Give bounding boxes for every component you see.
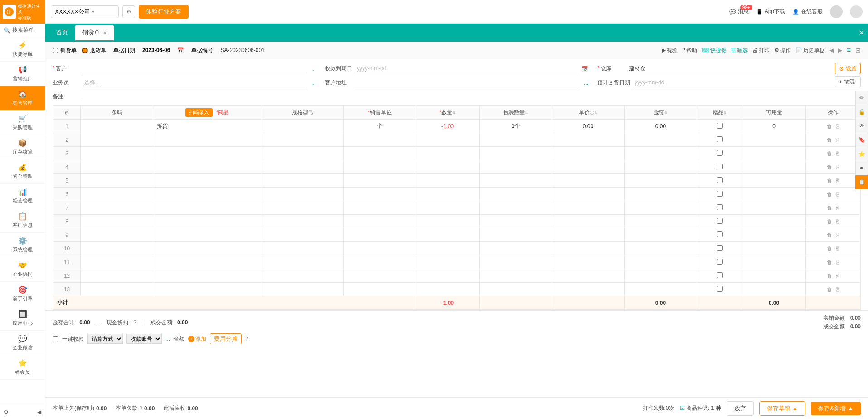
account-select[interactable]: 收款账号 bbox=[126, 334, 162, 344]
cell-qty[interactable] bbox=[416, 174, 480, 188]
cell-qty[interactable]: -1.00 bbox=[416, 120, 480, 133]
cell-amount[interactable] bbox=[625, 269, 697, 283]
cell-spec[interactable] bbox=[262, 174, 344, 188]
cell-qty[interactable] bbox=[416, 283, 480, 296]
save-draft-button[interactable]: 保存草稿 ▲ bbox=[759, 401, 806, 416]
cell-spec[interactable] bbox=[262, 255, 344, 269]
cell-qty[interactable] bbox=[416, 188, 480, 201]
float-btn-7-active[interactable]: 📋 bbox=[855, 175, 868, 189]
cell-price[interactable] bbox=[552, 269, 625, 283]
app-download-button[interactable]: 📱 App下载 bbox=[756, 8, 785, 15]
tab-close-icon[interactable]: ✕ bbox=[103, 30, 107, 35]
sidebar-item-member[interactable]: ⭐ 畅会员 bbox=[0, 355, 45, 380]
cell-qty[interactable] bbox=[416, 228, 480, 242]
cell-unit[interactable] bbox=[344, 242, 416, 255]
cell-qty[interactable] bbox=[416, 255, 480, 269]
cell-price[interactable] bbox=[552, 147, 625, 160]
delete-icon[interactable]: 🗑 bbox=[827, 259, 832, 265]
cell-gift[interactable] bbox=[697, 283, 742, 296]
customer-addr-input[interactable] bbox=[355, 78, 579, 87]
cell-goods[interactable] bbox=[153, 215, 262, 228]
cell-qty[interactable] bbox=[416, 133, 480, 147]
customer-input[interactable] bbox=[82, 64, 307, 73]
cell-qty[interactable] bbox=[416, 160, 480, 174]
cell-gift[interactable] bbox=[697, 269, 742, 283]
sidebar-item-shortcut[interactable]: ⚡ 快捷导航 bbox=[0, 37, 45, 62]
cell-unit[interactable] bbox=[344, 188, 416, 201]
cell-price[interactable] bbox=[552, 255, 625, 269]
cell-qty[interactable] bbox=[416, 201, 480, 215]
cell-barcode[interactable] bbox=[81, 133, 153, 147]
delete-icon[interactable]: 🗑 bbox=[827, 150, 832, 157]
copy-icon[interactable]: ⎘ bbox=[836, 178, 839, 184]
cell-price[interactable]: 0.00 bbox=[552, 120, 625, 133]
cell-gift[interactable] bbox=[697, 147, 742, 160]
sidebar-item-wechat[interactable]: 💬 企业微信 bbox=[0, 331, 45, 355]
copy-icon[interactable]: ⎘ bbox=[836, 191, 839, 197]
copy-icon[interactable]: ⎘ bbox=[836, 286, 839, 293]
price-info-icon[interactable]: ⓘ bbox=[590, 110, 594, 115]
cell-gift[interactable] bbox=[697, 255, 742, 269]
cell-pkgqty[interactable] bbox=[480, 133, 552, 147]
sidebar-item-finance[interactable]: 💰 资金管理 bbox=[0, 159, 45, 184]
cell-spec[interactable] bbox=[262, 160, 344, 174]
due-date-calendar-icon[interactable]: 📅 bbox=[582, 66, 588, 72]
cell-spec[interactable] bbox=[262, 147, 344, 160]
cell-barcode[interactable] bbox=[81, 215, 153, 228]
shortcut-action[interactable]: ⌨ 快捷键 bbox=[702, 47, 727, 54]
expected-date-input[interactable] bbox=[633, 78, 849, 87]
calendar-icon[interactable]: 📅 bbox=[177, 47, 184, 53]
settings-action-btn[interactable]: ⚙ 设置 bbox=[835, 63, 861, 74]
gift-checkbox[interactable] bbox=[717, 286, 723, 292]
cell-amount[interactable] bbox=[625, 133, 697, 147]
gift-checkbox[interactable] bbox=[717, 123, 723, 129]
calc-method-select[interactable]: 结算方式 bbox=[87, 334, 123, 344]
filter-action[interactable]: ☰ 筛选 bbox=[731, 47, 748, 54]
help-action[interactable]: ? 帮助 bbox=[682, 47, 697, 54]
cell-unit[interactable] bbox=[344, 201, 416, 215]
delete-icon[interactable]: 🗑 bbox=[827, 123, 832, 130]
cell-pkgqty[interactable] bbox=[480, 160, 552, 174]
copy-icon[interactable]: ⎘ bbox=[836, 259, 839, 265]
cell-gift[interactable] bbox=[697, 120, 742, 133]
cell-price[interactable] bbox=[552, 174, 625, 188]
cell-price[interactable] bbox=[552, 242, 625, 255]
cell-amount[interactable] bbox=[625, 215, 697, 228]
gift-checkbox[interactable] bbox=[717, 272, 723, 278]
cell-amount[interactable] bbox=[625, 228, 697, 242]
next-icon[interactable]: ▶ bbox=[838, 47, 842, 53]
cell-spec[interactable] bbox=[262, 228, 344, 242]
save-new-button[interactable]: 保存&新增 ▲ bbox=[811, 402, 861, 415]
cell-unit[interactable] bbox=[344, 160, 416, 174]
list-view-icon[interactable]: ≡ bbox=[847, 46, 851, 54]
cell-spec[interactable] bbox=[262, 269, 344, 283]
discard-button[interactable]: 放弃 bbox=[727, 401, 754, 416]
cell-goods[interactable] bbox=[153, 147, 262, 160]
salesperson-input[interactable] bbox=[82, 78, 307, 87]
cell-gift[interactable] bbox=[697, 160, 742, 174]
cell-price[interactable] bbox=[552, 215, 625, 228]
video-action[interactable]: ▶ 视频 bbox=[662, 47, 678, 54]
cell-pkgqty[interactable] bbox=[480, 255, 552, 269]
gift-checkbox[interactable] bbox=[717, 164, 723, 169]
cell-unit[interactable] bbox=[344, 174, 416, 188]
cell-pkgqty[interactable] bbox=[480, 201, 552, 215]
collapse-icon[interactable]: ◀ bbox=[37, 409, 41, 415]
cell-unit[interactable] bbox=[344, 269, 416, 283]
cell-amount[interactable] bbox=[625, 242, 697, 255]
cell-barcode[interactable] bbox=[81, 120, 153, 133]
tabbar-close-button[interactable]: ✕ bbox=[858, 29, 864, 37]
cell-barcode[interactable] bbox=[81, 283, 153, 296]
cell-pkgqty[interactable]: 1个 bbox=[480, 120, 552, 133]
cell-pkgqty[interactable] bbox=[480, 188, 552, 201]
cell-unit[interactable] bbox=[344, 228, 416, 242]
one-click-payment-checkbox[interactable] bbox=[53, 336, 58, 342]
cell-goods[interactable] bbox=[153, 133, 262, 147]
cell-price[interactable] bbox=[552, 188, 625, 201]
cell-gift[interactable] bbox=[697, 242, 742, 255]
cell-goods[interactable] bbox=[153, 283, 262, 296]
cell-amount[interactable] bbox=[625, 201, 697, 215]
tab-sales-order[interactable]: 销货单 ✕ bbox=[75, 25, 114, 40]
cell-unit[interactable] bbox=[344, 147, 416, 160]
delete-icon[interactable]: 🗑 bbox=[827, 218, 832, 225]
